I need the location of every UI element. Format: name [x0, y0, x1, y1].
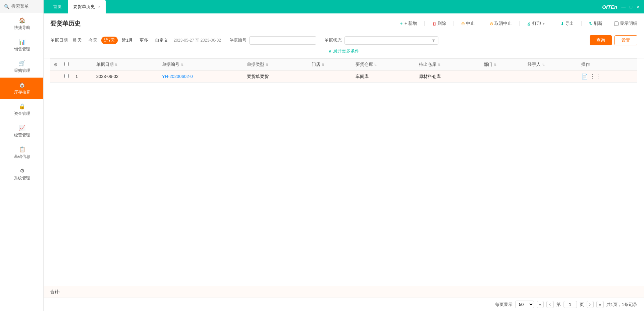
sidebar-item-label: 销售管理 [14, 46, 30, 52]
sort-store-icon[interactable]: ⇅ [322, 63, 324, 66]
first-page-btn[interactable]: « [537, 301, 544, 308]
print-icon: 🖨 [527, 21, 531, 26]
show-detail-toggle[interactable]: 显示明细 [614, 20, 637, 27]
divider5 [553, 21, 553, 26]
bill-status-select-wrapper: ▼ [344, 36, 438, 45]
cancel-stop-button[interactable]: ⊘ 取消中止 [486, 19, 515, 28]
divider3 [482, 21, 482, 26]
refresh-button[interactable]: ↻ 刷新 [586, 19, 606, 28]
column-pending-warehouse[interactable]: 待出仓库 ⇅ [416, 59, 480, 71]
per-page-select[interactable]: 50 10 20 100 [515, 301, 534, 308]
sidebar-item-inventory[interactable]: 🏠 库存核算 [0, 78, 43, 99]
print-dropdown-icon: ▼ [542, 22, 545, 26]
sidebar-search[interactable]: 🔍 搜索菜单 [0, 0, 43, 13]
per-page-label: 每页显示 [495, 302, 513, 308]
sort-bill-no-icon[interactable]: ⇅ [181, 63, 183, 66]
sort-department-icon[interactable]: ⇅ [494, 63, 496, 66]
filter-actions: 查询 设置 [590, 35, 637, 45]
column-store[interactable]: 门店 ⇅ [308, 59, 352, 71]
setting-button[interactable]: 设置 [614, 35, 637, 45]
select-all-checkbox[interactable] [64, 62, 69, 66]
home-icon: 🏠 [19, 17, 25, 24]
search-icon: 🔍 [4, 4, 9, 9]
date-filter-item: 单据日期 昨天 今天 近7天 近1月 更多 自定义 2023-05-27 至 2… [50, 37, 221, 44]
delete-icon: 🗑 [432, 21, 436, 26]
row-operations: 📄 ⋮⋮ [581, 73, 634, 80]
divider4 [519, 21, 520, 26]
operation-icon: 📈 [19, 125, 25, 131]
bill-status-label: 单据状态 [324, 37, 342, 43]
divider1 [424, 21, 425, 26]
date-tab-last7[interactable]: 近7天 [101, 37, 118, 44]
query-button[interactable]: 查询 [590, 35, 612, 45]
refresh-label: 刷新 [594, 20, 602, 27]
date-filter-label: 单据日期 [50, 37, 68, 43]
sidebar-item-sales[interactable]: 📊 销售管理 [0, 35, 43, 56]
show-detail-checkbox[interactable] [614, 21, 619, 26]
next-page-btn[interactable]: > [587, 301, 594, 308]
new-button[interactable]: ＋ + 新增 [396, 19, 420, 28]
filter-row: 单据日期 昨天 今天 近7天 近1月 更多 自定义 2023-05-27 至 2… [50, 35, 637, 45]
page-suffix: 页 [580, 302, 584, 308]
table-head: ⚙ 单据日期 ⇅ 单据编号 ⇅ [50, 59, 637, 71]
expand-label: 展开更多条件 [333, 48, 359, 54]
sidebar-item-label: 采购管理 [14, 68, 30, 74]
bill-status-input[interactable] [344, 36, 438, 45]
export-button[interactable]: ⬇ 导出 [557, 19, 577, 28]
date-tab-yesterday[interactable]: 昨天 [70, 37, 85, 44]
sidebar-item-operation[interactable]: 📈 经营管理 [0, 121, 43, 142]
sidebar-item-label: 系统管理 [14, 175, 30, 181]
tab-home[interactable]: 首页 [48, 0, 67, 13]
delete-button[interactable]: 🗑 删除 [429, 19, 449, 28]
sidebar-item-label: 库存核算 [14, 89, 30, 95]
column-department[interactable]: 部门 ⇅ [480, 59, 524, 71]
column-handler[interactable]: 经手人 ⇅ [524, 59, 578, 71]
sidebar-item-quick-nav[interactable]: 🏠 快捷导航 [0, 13, 43, 35]
print-button[interactable]: 🖨 打印 ▼ [524, 19, 549, 28]
sidebar-item-system[interactable]: ⚙ 系统管理 [0, 164, 43, 185]
content-area: 要货单历史 ＋ + 新增 🗑 删除 ⊖ 中止 ⊘ [44, 13, 644, 311]
more-icon[interactable]: ⋮⋮ [590, 73, 601, 80]
bill-no-link[interactable]: YH-20230602-0 [162, 74, 193, 79]
sales-icon: 📊 [19, 39, 25, 45]
sort-pending-warehouse-icon[interactable]: ⇅ [438, 63, 440, 66]
column-settings[interactable]: ⚙ [50, 59, 61, 71]
sort-bill-date-icon[interactable]: ⇅ [115, 63, 117, 66]
sidebar-item-label: 快捷导航 [14, 25, 30, 31]
stop-button[interactable]: ⊖ 中止 [458, 19, 478, 28]
row-checkbox[interactable] [64, 74, 69, 78]
column-bill-no[interactable]: 单据编号 ⇅ [159, 59, 244, 71]
page-input[interactable] [564, 301, 577, 308]
toolbar: ＋ + 新增 🗑 删除 ⊖ 中止 ⊘ 取消中止 [396, 19, 637, 28]
brand-logo: OfTEn [602, 4, 617, 10]
last-page-btn[interactable]: » [596, 301, 603, 308]
date-tab-last-month[interactable]: 近1月 [119, 37, 136, 44]
sidebar-item-finance[interactable]: 🔒 资金管理 [0, 99, 43, 121]
edit-icon[interactable]: 📄 [581, 73, 588, 80]
sidebar-item-purchase[interactable]: 🛒 采购管理 [0, 56, 43, 78]
tab-requisition-history[interactable]: 要货单历史 × [68, 0, 106, 13]
column-bill-date[interactable]: 单据日期 ⇅ [93, 59, 159, 71]
sort-req-warehouse-icon[interactable]: ⇅ [374, 63, 377, 66]
topbar: 首页 要货单历史 × OfTEn — □ ✕ [44, 0, 644, 13]
window-minimize-btn[interactable]: — [621, 4, 626, 9]
column-req-warehouse[interactable]: 要货仓库 ⇅ [352, 59, 416, 71]
expand-more-btn[interactable]: ∨ 展开更多条件 [50, 48, 637, 54]
bill-no-input[interactable] [249, 36, 316, 45]
window-maximize-btn[interactable]: □ [630, 4, 632, 9]
date-tab-today[interactable]: 今天 [86, 37, 100, 44]
window-close-btn[interactable]: ✕ [636, 4, 640, 9]
divider7 [610, 21, 610, 26]
sidebar-item-basic[interactable]: 📋 基础信息 [0, 142, 43, 164]
new-label: + 新增 [405, 20, 417, 27]
finance-icon: 🔒 [19, 103, 25, 109]
cancel-stop-icon: ⊘ [490, 21, 493, 26]
tab-close-icon[interactable]: × [98, 5, 100, 9]
date-tab-more[interactable]: 更多 [137, 37, 151, 44]
sort-bill-type-icon[interactable]: ⇅ [266, 63, 268, 66]
sort-handler-icon[interactable]: ⇅ [542, 63, 545, 66]
refresh-icon: ↻ [589, 21, 593, 26]
column-bill-type[interactable]: 单据类型 ⇅ [244, 59, 308, 71]
date-tab-custom[interactable]: 自定义 [152, 37, 171, 44]
prev-page-btn[interactable]: < [546, 301, 554, 308]
